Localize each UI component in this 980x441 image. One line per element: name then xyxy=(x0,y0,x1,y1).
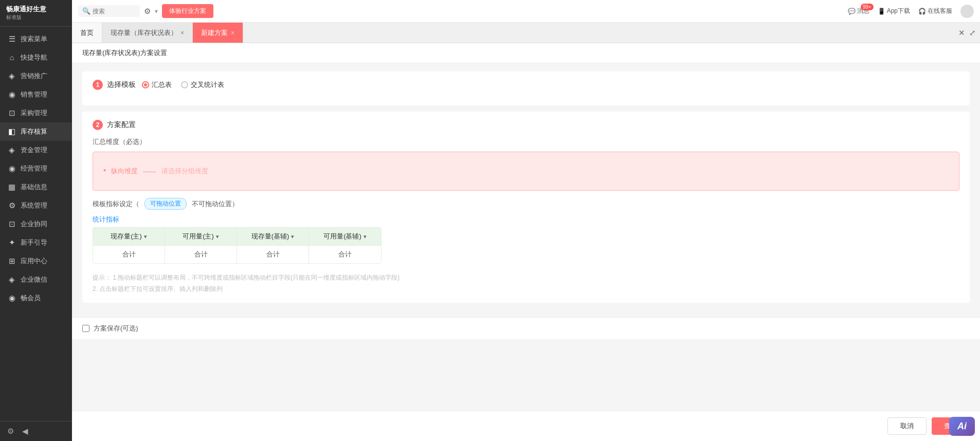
sidebar-item-member[interactable]: ◉ 畅会员 xyxy=(0,289,72,307)
app-title: 畅康通好生意 xyxy=(6,5,66,14)
radio-cross-label: 交叉统计表 xyxy=(191,80,224,89)
dim-placeholder: 请选择分组维度 xyxy=(161,167,208,176)
settings-icon[interactable]: ⚙ xyxy=(7,427,14,436)
radio-summary-label: 汇总表 xyxy=(152,80,172,89)
trial-button[interactable]: 体验行业方案 xyxy=(162,4,213,18)
sidebar-nav: ☰ 搜索菜单 ⌂ 快捷导航 ◈ 营销推广 ◉ 销售管理 ⊡ 采购管理 ◧ 库存核… xyxy=(0,27,72,421)
maximize-icon[interactable]: ⤢ xyxy=(969,28,976,38)
col-stock-main-chevron[interactable]: ▾ xyxy=(144,233,147,240)
col-avail-aux-chevron[interactable]: ▾ xyxy=(364,233,367,240)
marketing-icon: ◈ xyxy=(7,71,16,81)
management-icon: ◉ xyxy=(7,164,16,173)
search-icon: 🔍 xyxy=(82,7,90,15)
tab-new-plan-label: 新建方案 xyxy=(201,28,228,38)
summary-dim-label: 汇总维度（必选） xyxy=(93,137,959,146)
close-window-icon[interactable]: ✕ xyxy=(958,28,965,38)
collapse-icon[interactable]: ◀ xyxy=(22,427,28,436)
dash-separator: —— xyxy=(143,168,156,175)
dimension-box[interactable]: * 纵向维度 —— 请选择分组维度 xyxy=(93,152,959,191)
cancel-button[interactable]: 取消 xyxy=(887,417,927,435)
app-center-icon: ⊞ xyxy=(7,256,16,266)
avatar[interactable] xyxy=(960,5,974,18)
col-avail-main: 可用量(主) ▾ xyxy=(165,228,237,245)
sidebar-item-quicknav[interactable]: ⌂ 快捷导航 xyxy=(0,48,72,67)
tab-new-plan[interactable]: 新建方案 × xyxy=(193,23,243,43)
tab-home[interactable]: 首页 xyxy=(72,23,102,43)
ai-float-button[interactable]: Ai xyxy=(949,417,975,436)
sidebar-item-label: 快捷导航 xyxy=(21,53,47,62)
sidebar-item-purchase[interactable]: ⊡ 采购管理 xyxy=(0,104,72,122)
message-badge: 99+ xyxy=(861,4,874,10)
sidebar-item-label: 营销推广 xyxy=(21,71,47,81)
col-stock-aux-chevron[interactable]: ▾ xyxy=(291,233,294,240)
tabs-bar: 首页 现存量（库存状况表） × 新建方案 × ✕ ⤢ xyxy=(72,23,980,43)
required-star: * xyxy=(103,168,106,175)
inventory-icon: ◧ xyxy=(7,127,16,136)
app-label: App下载 xyxy=(887,7,910,15)
vertical-dim-label: 纵向维度 xyxy=(111,167,138,176)
search-bar[interactable]: 🔍 xyxy=(78,5,140,17)
app-subtitle: 标准版 xyxy=(6,14,66,21)
tab-inventory-label: 现存量（库存状况表） xyxy=(111,28,177,38)
footer-actions: 取消 查询 xyxy=(72,411,980,441)
draggable-badge: 可拖动位置 xyxy=(144,198,187,210)
stats-table-header: 现存量(主) ▾ 可用量(主) ▾ 现存量(基辅 xyxy=(93,228,381,245)
tab-inventory[interactable]: 现存量（库存状况表） × xyxy=(102,23,193,43)
stats-table-body: 合计 合计 合计 合计 xyxy=(93,245,381,263)
sidebar-item-enterprise[interactable]: ⊡ 企业协同 xyxy=(0,215,72,233)
sidebar-item-management[interactable]: ◉ 经营管理 xyxy=(0,159,72,178)
step2-section: 2 方案配置 汇总维度（必选） * 纵向维度 —— 请选择分组维度 模板指标设定… xyxy=(82,112,970,303)
sidebar-item-label: 销售管理 xyxy=(21,90,47,99)
message-button[interactable]: 💬 消息 99+ xyxy=(848,7,869,15)
sidebar-item-basic-info[interactable]: ▦ 基础信息 xyxy=(0,178,72,196)
sidebar-item-label: 企业微信 xyxy=(21,275,47,284)
sidebar-item-label: 搜索菜单 xyxy=(21,34,47,44)
member-icon: ◉ xyxy=(7,293,16,303)
col-avail-main-label: 可用量(主) xyxy=(183,232,214,241)
sidebar-item-finance[interactable]: ◈ 资金管理 xyxy=(0,141,72,159)
step1-title: 1 选择模板 汇总表 交叉统计表 xyxy=(93,80,959,90)
step2-label: 方案配置 xyxy=(107,120,136,130)
sidebar-item-label: 企业协同 xyxy=(21,219,47,229)
finance-icon: ◈ xyxy=(7,145,16,155)
sidebar-item-label: 应用中心 xyxy=(21,256,47,266)
search-menu-icon: ☰ xyxy=(7,34,16,44)
sidebar-item-search[interactable]: ☰ 搜索菜单 xyxy=(0,30,72,48)
sidebar-logo: 畅康通好生意 标准版 xyxy=(0,0,72,27)
radio-cross[interactable]: 交叉统计表 xyxy=(181,80,224,89)
body-col-stock-aux-cell: 合计 xyxy=(237,245,308,263)
sidebar: 畅康通好生意 标准版 ☰ 搜索菜单 ⌂ 快捷导航 ◈ 营销推广 ◉ 销售管理 ⊡… xyxy=(0,0,72,441)
sidebar-item-inventory[interactable]: ◧ 库存核算 xyxy=(0,122,72,141)
save-check-label[interactable]: 方案保存(可选) xyxy=(94,324,138,333)
tab-new-plan-close[interactable]: × xyxy=(231,29,234,36)
basic-info-icon: ▦ xyxy=(7,182,16,192)
save-check-section: 方案保存(可选) xyxy=(72,317,980,339)
col-stock-main: 现存量(主) ▾ xyxy=(93,228,165,245)
gear-icon[interactable]: ⚙ xyxy=(144,7,151,16)
step2-badge: 2 xyxy=(93,120,103,130)
tab-inventory-close[interactable]: × xyxy=(180,29,184,36)
save-checkbox[interactable] xyxy=(82,325,89,332)
col-avail-aux-label: 可用量(基辅) xyxy=(323,232,361,241)
tab-home-label: 首页 xyxy=(80,28,94,38)
topbar: 🔍 ⚙ ▾ 体验行业方案 💬 消息 99+ 📱 App下载 🎧 在线客服 xyxy=(72,0,980,23)
step2-title: 2 方案配置 xyxy=(93,120,959,130)
sidebar-bottom: ⚙ ◀ xyxy=(0,421,72,441)
sidebar-item-marketing[interactable]: ◈ 营销推广 xyxy=(0,67,72,85)
sidebar-item-sales[interactable]: ◉ 销售管理 xyxy=(0,85,72,104)
sidebar-item-wechat[interactable]: ◈ 企业微信 xyxy=(0,270,72,289)
radio-summary[interactable]: 汇总表 xyxy=(142,80,172,89)
app-download-button[interactable]: 📱 App下载 xyxy=(878,7,910,15)
home-icon: ⌂ xyxy=(7,53,16,62)
main-area: 🔍 ⚙ ▾ 体验行业方案 💬 消息 99+ 📱 App下载 🎧 在线客服 xyxy=(72,0,980,441)
sidebar-item-app-center[interactable]: ⊞ 应用中心 xyxy=(0,252,72,270)
purchase-icon: ⊡ xyxy=(7,108,16,118)
body-col-stock-aux: 合计 xyxy=(237,245,309,263)
service-button[interactable]: 🎧 在线客服 xyxy=(918,7,952,15)
search-input[interactable] xyxy=(93,8,134,15)
dropdown-icon[interactable]: ▾ xyxy=(155,8,158,15)
col-avail-main-chevron[interactable]: ▾ xyxy=(216,233,219,240)
sidebar-item-newbie[interactable]: ✦ 新手引导 xyxy=(0,233,72,252)
radio-summary-dot xyxy=(142,81,149,88)
sidebar-item-system[interactable]: ⚙ 系统管理 xyxy=(0,196,72,215)
